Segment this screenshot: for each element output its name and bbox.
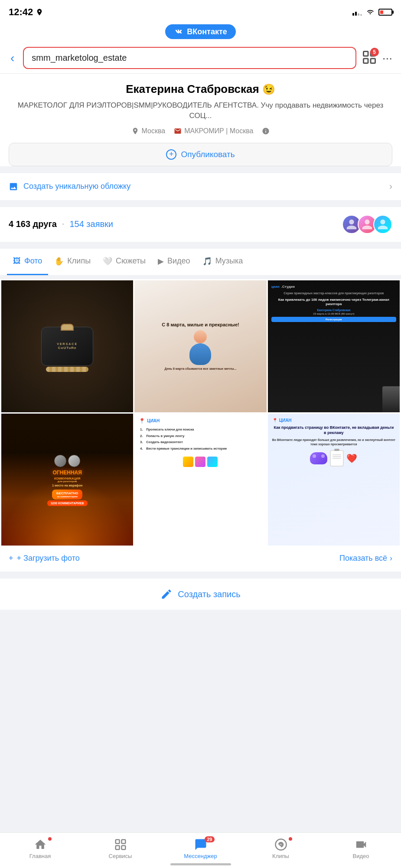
- cover-section[interactable]: Создать уникальную обложку ›: [0, 173, 401, 200]
- profile-bio: МАРКЕТОЛОГ ДЛЯ РИЭЛТОРОВ|SMM|РУКОВОДИТЕЛ…: [9, 100, 392, 121]
- bottom-nav: Главная Сервисы 29 Мессенджер Клипы: [0, 832, 401, 868]
- photo4-comments-badge: 3200 КОММЕНТАРИЕВ: [47, 500, 88, 506]
- photo4-subtitle: КОММУНИКАЦИЯ: [54, 477, 80, 480]
- profile-info: [262, 127, 270, 135]
- cover-left: Создать уникальную обложку: [9, 182, 130, 191]
- divider-4: [0, 575, 401, 579]
- clips-tab-icon: ✋: [54, 256, 64, 266]
- cian-list-item-4: 4. Вести прямые трансляции и записывать …: [139, 447, 262, 451]
- profile-city: Москва: [131, 127, 166, 135]
- photo-1[interactable]: VERSACE CoUTuRe: [1, 280, 133, 412]
- profile-section: Екатерина Стабровская 😉 МАРКЕТОЛОГ ДЛЯ Р…: [0, 74, 401, 166]
- more-button[interactable]: ···: [381, 49, 394, 67]
- profile-name: Екатерина Стабровская 😉: [9, 82, 392, 96]
- vk-badge: ВКонтакте: [165, 24, 236, 39]
- nav-item-home[interactable]: Главная: [23, 838, 58, 859]
- nav-item-services[interactable]: Сервисы: [103, 838, 138, 859]
- mail-icon: [174, 127, 182, 135]
- upload-photo-button[interactable]: + + Загрузить фото: [9, 554, 80, 563]
- nav-item-messenger[interactable]: 29 Мессенджер: [183, 838, 218, 859]
- march8-title: С 8 марта, милые и прекрасные!: [162, 322, 239, 328]
- grid-icon-wrapper[interactable]: 5: [362, 49, 377, 67]
- create-post-button[interactable]: Создать запись: [160, 588, 240, 600]
- photo-3[interactable]: циан .Студия Серия прикладных мастер-кла…: [268, 280, 400, 412]
- signal-bars: [352, 9, 362, 16]
- tab-stories[interactable]: 🤍 Сюжеты: [97, 249, 152, 275]
- bag-shape: VERSACE CoUTuRe: [41, 327, 93, 366]
- create-post-section: Создать запись: [0, 579, 401, 610]
- person-silhouette: [382, 386, 400, 412]
- tab-stories-label: Сюжеты: [116, 256, 146, 266]
- tab-music[interactable]: 🎵 Музыка: [196, 249, 249, 275]
- nav-clips-label: Клипы: [272, 853, 289, 859]
- divider-2: [0, 204, 401, 207]
- nav-video-label: Видео: [353, 853, 369, 859]
- promo-title: Как продвигать страницу во ВКонтакте, не…: [272, 425, 395, 435]
- vk-badge-label: ВКонтакте: [187, 27, 227, 36]
- cian-presenter: Екатерина Стабровская: [317, 309, 350, 312]
- clips-dot: [289, 837, 292, 841]
- plus-icon: +: [166, 149, 176, 160]
- friends-count[interactable]: 4 163 друга: [9, 219, 57, 229]
- photo-6[interactable]: 📍 ЦИАН Как продвигать страницу во ВКонта…: [268, 414, 400, 546]
- services-icon: [114, 838, 127, 851]
- friends-section: 4 163 друга · 154 заявки: [0, 207, 401, 242]
- tab-video[interactable]: ▶ Видео: [152, 249, 196, 275]
- edit-icon: [160, 588, 173, 600]
- search-value: smm_marketolog_estate: [32, 53, 127, 63]
- stories-tab-icon: 🤍: [103, 256, 112, 266]
- image-icon: [9, 182, 18, 191]
- publish-button[interactable]: + Опубликовать: [9, 143, 392, 166]
- photo-4[interactable]: ОГНЕННАЯ КОММУНИКАЦИЯ для риэлторов 1 ме…: [1, 414, 133, 546]
- photo-5[interactable]: 📍 ЦИАН 1. Прописать ключи для поиска 2. …: [134, 414, 266, 546]
- cian-event-title: Как привлекать до 100 лидов ежемесячно ч…: [271, 298, 396, 307]
- home-icon: [34, 838, 47, 851]
- search-box[interactable]: smm_marketolog_estate: [23, 47, 356, 69]
- photo-actions: + + Загрузить фото Показать всё ›: [0, 547, 401, 572]
- nav-item-video[interactable]: Видео: [344, 838, 378, 859]
- vk-logo-icon: [174, 27, 183, 36]
- nav-item-clips[interactable]: Клипы: [264, 838, 298, 859]
- cian-list-item-2: 2. Попасть в умную ленту: [139, 434, 262, 438]
- photo4-main-title: ОГНЕННАЯ: [52, 470, 82, 476]
- chevron-right-icon: ›: [390, 554, 392, 563]
- photo-2[interactable]: С 8 марта, милые и прекрасные! День 8 ма…: [134, 280, 266, 412]
- back-button[interactable]: ‹: [7, 49, 18, 67]
- profile-emoji: 😉: [262, 83, 275, 95]
- tab-clips[interactable]: ✋ Клипы: [48, 249, 97, 275]
- video-tab-icon: ▶: [158, 256, 164, 266]
- tab-video-label: Видео: [167, 256, 190, 266]
- cian-logo-3: циан: [271, 285, 280, 289]
- photo4-place: 1 место на марафон: [52, 484, 82, 487]
- friend-avatar-3: [373, 215, 392, 234]
- tab-photo-label: Фото: [24, 256, 42, 266]
- divider-1: [0, 170, 401, 173]
- nav-bar: ‹ smm_marketolog_estate 5 ···: [0, 43, 401, 74]
- upload-plus-icon: +: [9, 554, 13, 563]
- cian-pin-5: 📍: [139, 418, 145, 424]
- friends-info: 4 163 друга · 154 заявки: [9, 219, 113, 229]
- location-pin-icon: [131, 127, 139, 135]
- controller-shape: [310, 452, 327, 464]
- nav-home-label: Главная: [29, 853, 51, 859]
- svg-rect-4: [115, 840, 119, 844]
- march8-text: День 8 марта сбываются все заветные мечт…: [165, 367, 237, 371]
- location-icon: [36, 8, 43, 16]
- photo4-comments-count: 3200 КОММЕНТАРИЕВ: [51, 502, 84, 505]
- cian-date: 15 марта в 11:00 МСК (90 минут): [271, 312, 396, 315]
- tab-clips-label: Клипы: [67, 256, 91, 266]
- tab-photo[interactable]: 🖼 Фото: [7, 249, 48, 275]
- profile-meta: Москва МАКРОМИР | Москва: [9, 127, 392, 135]
- svg-point-9: [280, 844, 282, 846]
- cian-3d-shapes: [139, 457, 262, 467]
- friend-requests[interactable]: 154 заявки: [69, 219, 113, 229]
- status-icons: [352, 9, 392, 16]
- register-button[interactable]: Регистрация: [271, 317, 396, 322]
- svg-rect-3: [371, 59, 375, 63]
- messenger-badge: 29: [205, 836, 214, 842]
- show-all-button[interactable]: Показать всё ›: [339, 554, 392, 563]
- svg-rect-5: [121, 840, 125, 844]
- divider-3: [0, 245, 401, 249]
- cian-logo-6: ЦИАН: [279, 418, 292, 423]
- svg-rect-7: [121, 846, 125, 850]
